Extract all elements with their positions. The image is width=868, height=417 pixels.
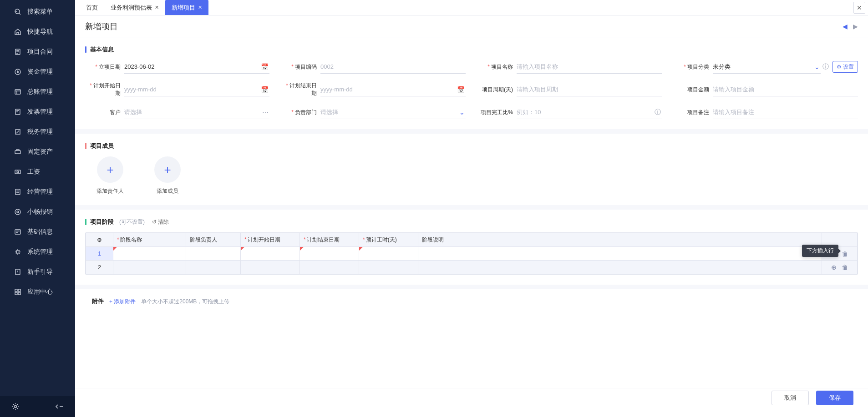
progress-input[interactable]	[517, 106, 662, 119]
cell-start[interactable]	[241, 261, 300, 274]
add-owner: + 添加责任人	[90, 156, 131, 195]
cancel-button[interactable]: 取消	[772, 391, 809, 405]
plan-end-input[interactable]	[320, 83, 466, 96]
cell-desc[interactable]	[418, 247, 822, 261]
close-icon[interactable]: ✕	[155, 5, 159, 10]
table-row[interactable]: 2 ⊕ 🗑	[86, 261, 858, 274]
sidebar-item-fund[interactable]: 资金管理	[0, 62, 75, 82]
section-title-label: 项目阶段	[90, 218, 114, 226]
header-end: *计划结束日期	[300, 233, 359, 247]
field-period: 项目周期(天)	[477, 82, 662, 97]
save-button[interactable]: 保存	[816, 391, 853, 405]
name-input[interactable]	[517, 60, 662, 73]
clear-label: 清除	[158, 218, 169, 226]
cell-name[interactable]	[113, 247, 186, 261]
table-row[interactable]: 1 ⊕ 🗑	[86, 247, 858, 261]
header-desc: 阶段说明	[418, 233, 822, 247]
cell-est[interactable]	[359, 261, 418, 274]
plan-start-input[interactable]	[124, 83, 269, 96]
sidebar-item-ledger[interactable]: 总账管理	[0, 82, 75, 102]
row-index: 2	[86, 261, 113, 274]
category-setup-button[interactable]: ⚙ 设置	[832, 61, 858, 73]
chevron-down-icon[interactable]: ⌄	[814, 63, 820, 70]
remark-input[interactable]	[713, 106, 858, 119]
prev-icon[interactable]: ◀	[843, 23, 848, 30]
sidebar-item-base[interactable]: 基础信息	[0, 222, 75, 242]
delete-row-icon[interactable]: 🗑	[842, 264, 848, 271]
cell-name[interactable]	[113, 261, 186, 274]
tab-home[interactable]: 首页	[80, 0, 104, 15]
add-attachment-link[interactable]: + 添加附件	[109, 298, 136, 306]
cell-est[interactable]	[359, 247, 418, 261]
sidebar-item-appstore[interactable]: 应用中心	[0, 282, 75, 302]
section-title-stages: 项目阶段 (可不设置) ↺ 清除	[85, 218, 858, 226]
tab-label: 首页	[86, 4, 98, 12]
category-select[interactable]	[713, 60, 821, 73]
page-title: 新增项目	[85, 21, 118, 32]
section-title-label: 附件	[92, 297, 104, 306]
tabs-bar: 首页 业务利润预估表 ✕ 新增项目 ✕ ✕	[75, 0, 868, 15]
date-input[interactable]	[124, 60, 269, 73]
cell-end[interactable]	[300, 261, 359, 274]
field-label: 计划结束日期	[289, 82, 317, 96]
sidebar-item-reimburse[interactable]: 小畅报销	[0, 202, 75, 222]
svg-point-7	[17, 171, 19, 173]
tabs-close-button[interactable]: ✕	[853, 2, 865, 14]
sidebar-item-quicknav[interactable]: 快捷导航	[0, 22, 75, 42]
cell-owner[interactable]	[186, 261, 241, 274]
sidebar-item-search[interactable]: 搜索菜单	[0, 2, 75, 22]
amount-input[interactable]	[713, 83, 858, 96]
tab-label: 业务利润预估表	[111, 4, 152, 12]
calendar-icon[interactable]: 📅	[261, 63, 269, 70]
sidebar-item-asset[interactable]: 固定资产	[0, 142, 75, 162]
cell-start[interactable]	[241, 247, 300, 261]
tab-profit-estimate[interactable]: 业务利润预估表 ✕	[104, 0, 165, 15]
customer-select[interactable]	[124, 106, 269, 119]
code-input[interactable]	[320, 60, 466, 73]
gear-icon[interactable]	[12, 403, 19, 410]
sidebar-menu: 搜索菜单 快捷导航 项目合同 资金管理 总账管理 发票管理	[0, 0, 75, 396]
svg-rect-15	[15, 292, 17, 295]
section-title-label: 项目成员	[90, 142, 114, 150]
insert-row-icon[interactable]: ⊕	[831, 264, 837, 271]
sidebar-item-tax[interactable]: 税务管理	[0, 122, 75, 142]
attachments-row: 附件 + 添加附件 单个大小不超过200MB，可拖拽上传	[85, 297, 858, 306]
field-code: *项目编码	[281, 60, 466, 74]
close-icon[interactable]: ✕	[198, 5, 202, 10]
add-member-button[interactable]: +	[154, 156, 181, 183]
field-plan-start: *计划开始日期 📅	[85, 82, 269, 97]
sidebar-item-biz[interactable]: 经营管理	[0, 182, 75, 202]
help-icon[interactable]: ⓘ	[655, 108, 661, 116]
collapse-icon[interactable]	[55, 403, 63, 410]
sidebar-item-label: 项目合同	[27, 48, 53, 56]
sidebar-item-invoice[interactable]: 发票管理	[0, 102, 75, 122]
cell-end[interactable]	[300, 247, 359, 261]
header-gear[interactable]: ⚙	[86, 233, 113, 247]
cell-owner[interactable]	[186, 247, 241, 261]
add-owner-button[interactable]: +	[97, 156, 123, 183]
help-icon[interactable]: ⓘ	[822, 63, 829, 71]
field-label: 项目分类	[687, 64, 709, 70]
field-date: *立项日期 📅	[85, 60, 269, 74]
next-icon[interactable]: ▶	[853, 23, 858, 30]
basic-form-grid: *立项日期 📅 *项目编码 *项目名称 *项目分类	[85, 60, 858, 119]
clear-stages-link[interactable]: ↺ 清除	[152, 218, 169, 226]
period-input[interactable]	[517, 83, 662, 96]
svg-rect-14	[18, 289, 20, 291]
dept-select[interactable]	[320, 106, 466, 119]
calendar-icon[interactable]: 📅	[261, 86, 269, 93]
tab-new-project[interactable]: 新增项目 ✕	[165, 0, 208, 15]
cell-desc[interactable]	[418, 261, 822, 274]
sidebar-item-salary[interactable]: 工资	[0, 162, 75, 182]
field-label: 项目完工比%	[481, 109, 513, 116]
calendar-icon[interactable]: 📅	[457, 86, 465, 93]
add-owner-label: 添加责任人	[96, 187, 124, 195]
system-icon	[14, 248, 22, 256]
more-icon[interactable]: ⋯	[262, 109, 269, 116]
sidebar-item-contract[interactable]: 项目合同	[0, 42, 75, 62]
sidebar-item-system[interactable]: 系统管理	[0, 242, 75, 262]
delete-row-icon[interactable]: 🗑	[842, 250, 848, 257]
chevron-down-icon[interactable]: ⌄	[459, 109, 465, 116]
section-members: 项目成员 + 添加责任人 + 添加成员	[85, 134, 858, 195]
sidebar-item-guide[interactable]: 新手引导	[0, 262, 75, 282]
